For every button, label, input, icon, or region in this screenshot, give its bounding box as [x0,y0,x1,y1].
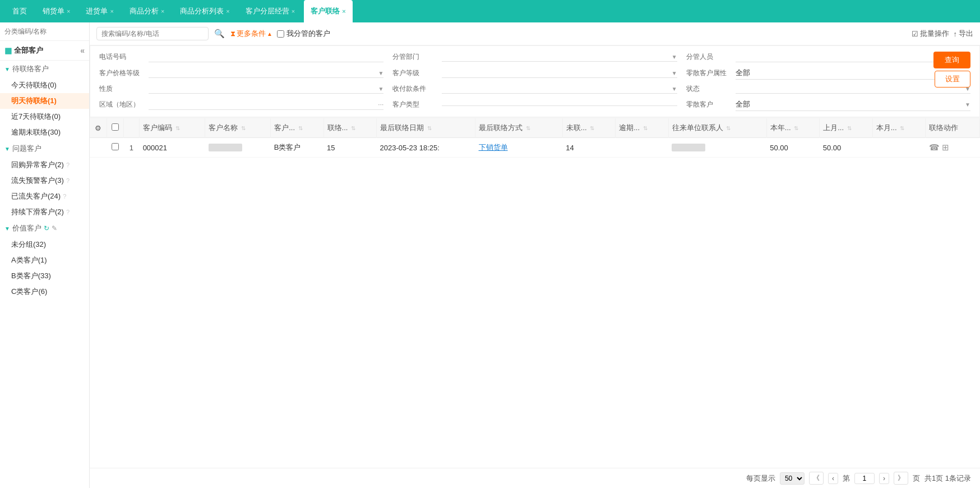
sort-overdue-icon: ⇅ [643,125,648,131]
page-input[interactable] [854,473,875,484]
query-button[interactable]: 查询 [933,52,970,68]
th-customer-type[interactable]: 客户... ⇅ [271,118,323,138]
th-contact[interactable]: 联络... ⇅ [323,118,376,138]
sidebar-item-a-customers[interactable]: A类客户(1) [0,252,89,268]
nav-customer-tier-close[interactable]: × [292,8,295,15]
sidebar-collapse-icon[interactable]: « [80,46,85,55]
batch-ops-button[interactable]: ☑ 批量操作 [912,29,949,39]
nav-goods-list-close[interactable]: × [226,8,229,15]
row-number: 1 [123,138,140,158]
row-action: ☎ ⊞ [926,138,980,158]
sidebar-section-value[interactable]: ▼ 价值客户 ↻ ✎ [0,220,89,237]
sidebar-item-repurchase-abnormal[interactable]: 回购异常客户(2) ? [0,157,89,173]
row-code: 000021 [140,138,205,158]
reset-button[interactable]: 设置 [935,71,970,88]
more-action-icon[interactable]: ⊞ [942,142,949,153]
nav-sales[interactable]: 销货单 × [36,0,77,22]
filter-row-payment: 收付款条件 ▼ [392,84,677,94]
nav-goods-analysis[interactable]: 商品分析 × [123,0,171,22]
th-settings[interactable]: ⚙ [90,118,107,138]
filter-search-input[interactable] [96,27,209,40]
per-page-label: 每页显示 [746,473,775,484]
row-customer-type: B类客户 [271,138,323,158]
sort-year-icon: ⇅ [794,125,798,131]
sidebar-item-c-customers[interactable]: C类客户(6) [0,284,89,300]
th-overdue[interactable]: 逾期... ⇅ [616,118,668,138]
row-contact-count: 15 [323,138,376,158]
nav-goods-list[interactable]: 商品分析列表 × [173,0,236,22]
retail-customer-select[interactable]: 全部 ▼ [736,98,970,111]
row-this-year: 50.00 [766,138,819,158]
row-checkbox[interactable] [112,143,119,150]
value-edit-icon[interactable]: ✎ [52,224,57,232]
th-last-month[interactable]: 上月... ⇅ [820,118,872,138]
th-this-year[interactable]: 本年... ⇅ [766,118,819,138]
customer-type-select[interactable] [442,103,677,106]
th-last-contact-method[interactable]: 最后联络方式 ⇅ [475,118,563,138]
dept-arrow-icon: ▼ [672,54,677,60]
sidebar-item-ungrouped[interactable]: 未分组(32) [0,237,89,252]
th-code[interactable]: 客户编码 ⇅ [140,118,205,138]
filter-search-button[interactable]: 🔍 [213,29,226,39]
nature-arrow-icon: ▼ [378,86,383,92]
nav-goods-analysis-close[interactable]: × [161,8,164,15]
page-size-select[interactable]: 50 [780,472,805,485]
row-last-contact-method[interactable]: 下销货单 [475,138,563,158]
sidebar-item-churn-warning[interactable]: 流失预警客户(3) ? [0,173,89,188]
pagination: 每页显示 50 《 ‹ 第 › 》 页 共1页 1条记录 [90,468,980,488]
sidebar-section-pending[interactable]: ▼ 待联络客户 [0,61,89,77]
phone-action-icon[interactable]: ☎ [929,142,940,153]
nav-sales-close[interactable]: × [67,8,70,15]
nav-purchase-close[interactable]: × [110,8,113,15]
row-not-contacted: 14 [562,138,615,158]
my-customers-checkbox[interactable] [277,30,284,38]
page-unit: 页 [913,473,920,484]
dept-select[interactable]: ▼ [442,53,677,62]
sidebar-item-b-customers[interactable]: B类客户(33) [0,268,89,284]
phone-input[interactable] [149,52,383,62]
blurred-name [209,144,242,151]
th-name[interactable]: 客户名称 ⇅ [205,118,271,138]
th-not-contacted[interactable]: 未联... ⇅ [562,118,615,138]
sidebar-section-problem[interactable]: ▼ 问题客户 [0,140,89,157]
row-checkbox-cell [107,138,123,158]
last-page-button[interactable]: 》 [894,472,908,485]
filter-row-customer-level: 客户等级 ▼ [392,67,677,80]
export-button[interactable]: ↑ 导出 [954,29,974,39]
area-more-icon[interactable]: ··· [378,100,383,108]
customer-level-select[interactable]: ▼ [442,69,677,78]
my-customers-checkbox-label[interactable]: 我分管的客户 [277,29,330,39]
select-all-checkbox[interactable] [112,123,119,131]
more-conditions-arrow: ▲ [267,31,272,37]
nav-customer-contact-close[interactable]: × [342,8,345,15]
sort-method-icon: ⇅ [526,125,530,131]
price-level-select[interactable]: ▼ [149,69,383,78]
payment-select[interactable]: ▼ [442,85,677,94]
more-conditions-button[interactable]: ⧗ 更多条件 ▲ [230,29,272,39]
th-this-month[interactable]: 本月... ⇅ [872,118,925,138]
sort-type-icon: ⇅ [298,125,303,131]
filter-row-dept: 分管部门 ▼ [392,52,677,62]
prev-page-button[interactable]: ‹ [828,473,838,484]
value-refresh-icon[interactable]: ↻ [44,224,49,232]
th-unit-contact[interactable]: 往来单位联系人 ⇅ [668,118,766,138]
first-page-button[interactable]: 《 [809,472,824,485]
next-page-button[interactable]: › [879,473,889,484]
nav-purchase[interactable]: 进货单 × [79,0,120,22]
nav-home[interactable]: 首页 [6,0,34,22]
sidebar-item-declining[interactable]: 持续下滑客户(2) ? [0,204,89,220]
nav-customer-contact[interactable]: 客户联络 × [304,0,352,22]
sidebar-item-7day-contact[interactable]: 近7天待联络(0) [0,109,89,125]
nature-select[interactable]: ▼ [149,85,383,94]
sidebar-item-today-contact[interactable]: 今天待联络(0) [0,77,89,93]
area-select[interactable]: ··· [149,99,383,110]
sidebar-item-tomorrow-contact[interactable]: 明天待联络(1) [0,93,89,109]
nav-customer-tier[interactable]: 客户分层经营 × [239,0,302,22]
th-checkbox [107,118,123,138]
sidebar-search-input[interactable] [4,27,89,35]
th-last-contact-date[interactable]: 最后联络日期 ⇅ [377,118,475,138]
sidebar-item-churned[interactable]: 已流失客户(24) ? [0,188,89,204]
sidebar-item-overdue-contact[interactable]: 逾期未联络(30) [0,125,89,140]
sidebar-all-customers[interactable]: ▦ 全部客户 « [0,41,89,61]
th-num [123,118,140,138]
